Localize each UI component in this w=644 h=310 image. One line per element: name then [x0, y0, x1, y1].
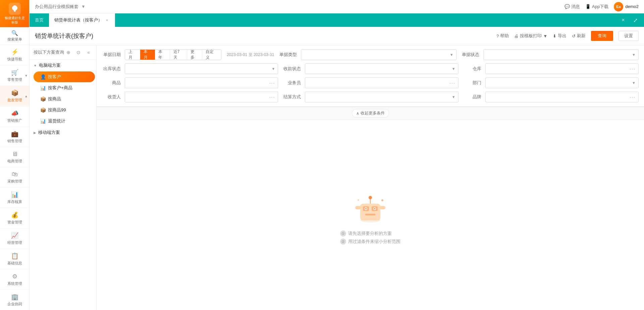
tree-item-goods99[interactable]: 📦 按商品99: [34, 105, 95, 115]
date-lastmonth[interactable]: 上月: [125, 50, 140, 60]
sidebar-item-purchase[interactable]: 🛍 采购管理: [0, 167, 29, 188]
wholesale-arrow: ▲: [24, 94, 28, 98]
tip-num-2: ②: [340, 239, 346, 245]
tab-close-btn[interactable]: ×: [104, 17, 110, 23]
sidebar-item-enterprise[interactable]: 🏢 企业协同: [0, 290, 29, 310]
logo-area[interactable]: 畅捷通好生意 标版: [0, 0, 29, 27]
date-more[interactable]: 更多: [187, 50, 202, 60]
download-icon: 📱: [585, 4, 591, 9]
tab-bar: 首页 销货单统计表（按客户） × × ⤢: [30, 13, 644, 27]
messages-btn[interactable]: 💬 消息: [565, 4, 580, 10]
tab-home[interactable]: 首页: [30, 13, 49, 27]
collapse-row[interactable]: ∧ 收起更多条件: [97, 107, 644, 120]
user-area[interactable]: Ea demo2: [614, 2, 639, 11]
subtitle-text: 标版: [11, 20, 18, 24]
sidebar-item-wholesale[interactable]: 📦 批发管理 ▲: [0, 86, 29, 106]
tab-close-all-btn[interactable]: ×: [619, 15, 628, 25]
sidebar-item-inventory[interactable]: 📊 库存核算: [0, 188, 29, 208]
date-custom[interactable]: 自定义: [202, 50, 221, 60]
purchase-icon: 🛍: [12, 171, 18, 178]
sidebar-item-retail[interactable]: 🛒 零售管理 ▼: [0, 65, 29, 86]
department-dropdown-arrow: ▼: [632, 81, 636, 85]
tab-expand-btn[interactable]: ⤢: [631, 15, 640, 25]
refresh-label: 刷新: [577, 33, 586, 39]
stock-dropdown-arrow: ▼: [271, 67, 275, 71]
payment-status-label: 收款状态: [282, 66, 301, 72]
goods-label: 按商品: [48, 96, 61, 102]
sidebar-item-management[interactable]: 📈 经营管理: [0, 228, 29, 249]
salesperson-control[interactable]: ···: [305, 78, 458, 88]
desktop-group-header[interactable]: ▼ 电脑端方案: [30, 60, 96, 71]
tree-item-returns[interactable]: 📊 退货统计: [34, 116, 95, 126]
sidebar-item-base[interactable]: 📋 基础信息: [0, 249, 29, 269]
date-thisyear[interactable]: 本年: [155, 50, 170, 60]
tip-text-2: 用过滤条件来缩小分析范围: [348, 239, 400, 245]
date-thismonth[interactable]: 本月: [140, 50, 155, 60]
home-tab-label: 首页: [35, 17, 44, 23]
app-download-btn[interactable]: 📱 App下载: [585, 4, 608, 10]
collapse-btn[interactable]: ∧ 收起更多条件: [352, 109, 389, 117]
sidebar-item-marketing[interactable]: 📣 营销推广: [0, 106, 29, 127]
system-icon: ⚙: [12, 273, 17, 280]
sidebar-item-quicknav[interactable]: ⚡ 快捷导航: [0, 45, 29, 65]
tree-item-customer-goods[interactable]: 📊 按客户+商品: [34, 83, 95, 93]
date-filter[interactable]: 上月 本月 本年 近7天 更多 自定义: [125, 49, 221, 60]
tab-active[interactable]: 销货单统计表（按客户） ×: [49, 13, 115, 27]
export-btn[interactable]: ⬇ 导出: [553, 33, 567, 39]
retail-icon: 🛒: [11, 69, 18, 76]
setting-btn[interactable]: 设置: [619, 31, 639, 41]
brand-control[interactable]: ···: [485, 92, 639, 102]
tree-item-goods[interactable]: 📦 按商品: [34, 94, 95, 104]
refresh-icon: ↺: [572, 34, 576, 39]
tree-children: 👤 按客户 📊 按客户+商品 📦 按商品 📦: [30, 71, 96, 126]
tree-item-customer[interactable]: 👤 按客户: [34, 71, 95, 82]
tip-text-1: 请先选择要分析的方案: [348, 230, 392, 237]
svg-point-6: [365, 208, 367, 209]
salesperson-dots: ···: [449, 80, 455, 86]
stock-status-control[interactable]: ▼: [125, 63, 278, 74]
help-btn[interactable]: ? 帮助: [496, 33, 509, 39]
tip-num-1: ①: [340, 230, 346, 237]
sidebar-item-sales[interactable]: 💼 销售管理: [0, 127, 29, 147]
empty-tips: ① 请先选择要分析的方案 ② 用过滤条件来缩小分析范围: [340, 230, 400, 245]
customer-goods-icon: 📊: [40, 85, 46, 91]
base-icon: 📋: [11, 252, 18, 260]
sidebar-search[interactable]: 🔍 搜索菜单: [0, 27, 29, 45]
search-icon: 🔍: [11, 30, 18, 36]
panel-add-btn[interactable]: ⊕: [65, 49, 72, 56]
date-7days[interactable]: 近7天: [170, 50, 187, 60]
svg-rect-12: [379, 206, 385, 209]
svg-rect-1: [360, 204, 380, 220]
goods-control[interactable]: ···: [125, 78, 278, 88]
receiver-control[interactable]: ···: [125, 92, 278, 102]
goods99-label: 按商品99: [48, 107, 66, 113]
print-label: 按模板打印: [520, 33, 542, 39]
sidebar: 畅捷通好生意 标版 🔍 搜索菜单 ⚡ 快捷导航 🛒 零售管理 ▼ 📦 批发管理 …: [0, 0, 30, 310]
empty-illustration: ✦ ✦: [350, 185, 390, 226]
payment-status-control[interactable]: ▼: [305, 63, 458, 74]
settlement-control[interactable]: ▼: [305, 92, 458, 102]
warehouse-label: 仓库: [463, 66, 481, 72]
brand-dots: ···: [630, 94, 636, 100]
sidebar-item-finance[interactable]: 💰 资金管理: [0, 208, 29, 228]
svg-point-10: [369, 196, 372, 199]
empty-tip-2: ② 用过滤条件来缩小分析范围: [340, 239, 400, 245]
desktop-label: 电脑端方案: [39, 62, 61, 68]
order-status-control[interactable]: ▼: [483, 49, 639, 60]
export-icon: ⬇: [553, 34, 556, 39]
query-btn[interactable]: 查询: [591, 31, 613, 41]
top-header: 办公用品行业模拟账套 ▼ 💬 消息 📱 App下载 Ea demo2: [30, 0, 644, 13]
goods99-icon: 📦: [40, 107, 46, 113]
sidebar-item-ecommerce[interactable]: 🖥 电商管理: [0, 147, 29, 167]
sidebar-item-system[interactable]: ⚙ 系统管理: [0, 269, 29, 290]
order-type-control[interactable]: ▼: [301, 49, 456, 60]
print-btn[interactable]: 🖨 按模板打印 ▼: [514, 33, 547, 39]
panel-collapse-btn[interactable]: «: [85, 49, 92, 56]
username: demo2: [625, 4, 639, 9]
refresh-btn[interactable]: ↺ 刷新: [572, 33, 586, 39]
mobile-group-header[interactable]: ▶ 移动端方案: [30, 127, 96, 138]
warehouse-control[interactable]: ···: [485, 63, 639, 74]
panel-settings-btn[interactable]: ⊙: [75, 49, 82, 56]
department-control[interactable]: ▼: [485, 78, 639, 88]
panel-collapse-icon: «: [87, 50, 90, 55]
